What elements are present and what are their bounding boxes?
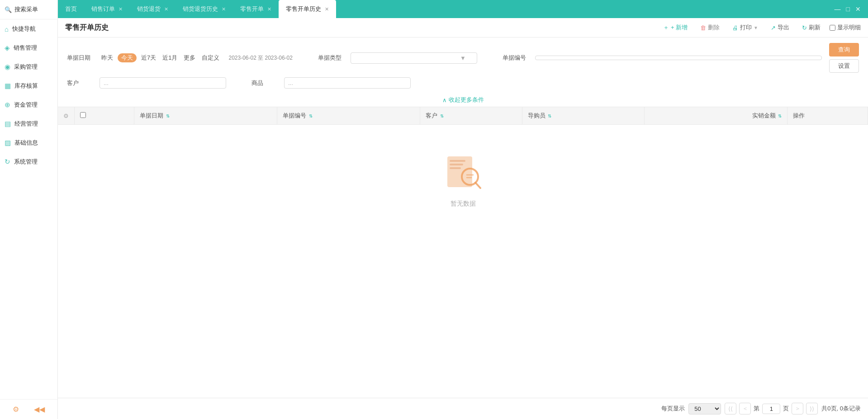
tab-retail-history-close[interactable]: ✕ (325, 6, 329, 12)
col-number[interactable]: 单据编号 ⇅ (277, 107, 420, 125)
page-label-before: 第 (754, 405, 759, 413)
col-salesperson-sort-icon: ⇅ (548, 113, 551, 118)
col-action-label: 操作 (793, 112, 805, 119)
sidebar-item-label: 采购管理 (14, 63, 38, 71)
delete-icon: 🗑 (700, 24, 706, 31)
col-amount-label: 实销金额 (752, 112, 776, 119)
window-minimize-btn[interactable]: — (835, 5, 841, 13)
tab-home[interactable]: 首页 (58, 0, 84, 18)
delete-button[interactable]: 🗑 删除 (697, 22, 723, 33)
sidebar-item-finance[interactable]: ⊕ 资金管理 (0, 95, 57, 114)
tab-sales-return-close[interactable]: ✕ (164, 6, 168, 12)
collapse-sidebar-icon[interactable]: ◀◀ (34, 405, 45, 414)
show-detail-label: 显示明细 (837, 24, 861, 32)
add-icon: ＋ (663, 24, 669, 32)
sidebar-item-operations[interactable]: ▤ 经营管理 (0, 114, 57, 133)
date-opt-yesterday[interactable]: 昨天 (100, 53, 115, 63)
svg-rect-2 (450, 164, 463, 165)
date-opt-1month[interactable]: 近1月 (161, 53, 179, 63)
type-filter-select[interactable]: ▼ (351, 52, 477, 64)
empty-state: 暂无数据 (58, 125, 868, 235)
tab-sales-return-label: 销货退货 (137, 5, 161, 13)
col-settings-icon[interactable]: ⚙ (63, 113, 69, 119)
page-label-after: 页 (783, 405, 789, 413)
show-detail-checkbox-group: 显示明细 (830, 24, 861, 32)
total-info: 共0页, 0条记录 (821, 405, 861, 413)
sidebar-item-quick-nav[interactable]: ⌂ 快捷导航 (0, 19, 57, 38)
sidebar-item-sales-mgmt[interactable]: ◈ 销售管理 (0, 38, 57, 57)
svg-line-5 (475, 183, 480, 188)
inventory-icon: ▦ (5, 82, 11, 90)
refresh-button[interactable]: ↻ 刷新 (798, 22, 824, 33)
tab-sales-return-history[interactable]: 销货退货历史 ✕ (175, 0, 233, 18)
per-page-select[interactable]: 50 10 20 100 (688, 403, 721, 414)
customer-filter-input[interactable]: ... (100, 77, 226, 89)
col-customer[interactable]: 客户 ⇅ (420, 107, 522, 125)
sidebar-item-basic-info[interactable]: ▨ 基础信息 (0, 133, 57, 152)
sidebar-item-label: 经营管理 (14, 120, 38, 128)
tab-retail-open[interactable]: 零售开单 ✕ (233, 0, 279, 18)
tab-sales-order[interactable]: 销售订单 ✕ (84, 0, 130, 18)
sidebar-search[interactable]: 🔍 搜索采单 (0, 0, 57, 19)
next-page-btn[interactable]: ＞ (792, 403, 803, 414)
first-page-btn[interactable]: ⟨⟨ (725, 403, 736, 414)
export-button[interactable]: ↗ 导出 (767, 22, 793, 33)
date-opt-today[interactable]: 今天 (118, 53, 137, 62)
col-date[interactable]: 单据日期 ⇅ (134, 107, 277, 125)
page-title: 零售开单历史 (65, 23, 109, 33)
product-filter-input[interactable]: ... (284, 77, 411, 89)
home-icon: ⌂ (5, 25, 9, 33)
col-customer-sort-icon: ⇅ (440, 113, 444, 118)
refresh-label: 刷新 (809, 24, 821, 32)
window-maximize-btn[interactable]: □ (846, 5, 850, 13)
col-checkbox[interactable] (75, 107, 134, 125)
empty-text: 暂无数据 (451, 200, 476, 208)
tab-retail-history-label: 零售开单历史 (286, 5, 321, 13)
date-opt-more[interactable]: 更多 (182, 53, 197, 63)
settings-button[interactable]: 设置 (829, 59, 859, 73)
filter-collapse-btn[interactable]: ∧ 收起更多条件 (67, 93, 859, 107)
show-detail-checkbox[interactable] (830, 25, 835, 31)
sidebar: 🔍 搜索采单 ⌂ 快捷导航 ◈ 销售管理 ◉ 采购管理 ▦ 库存核算 ⊕ 资金管… (0, 0, 58, 419)
tab-sales-return-history-close[interactable]: ✕ (222, 6, 226, 12)
tab-retail-history[interactable]: 零售开单历史 ✕ (279, 0, 336, 18)
empty-icon (441, 152, 486, 193)
last-page-btn[interactable]: ⟩⟩ (806, 403, 818, 414)
tab-bar: 首页 销售订单 ✕ 销货退货 ✕ 销货退货历史 ✕ 零售开单 ✕ 零售开单历史 … (58, 0, 868, 18)
col-customer-label: 客户 (426, 112, 437, 119)
tab-sales-return[interactable]: 销货退货 ✕ (130, 0, 175, 18)
query-button[interactable]: 查询 (829, 43, 859, 56)
sidebar-item-purchase-mgmt[interactable]: ◉ 采购管理 (0, 57, 57, 76)
col-amount[interactable]: 实销金额 ⇅ (645, 107, 787, 125)
select-all-checkbox[interactable] (80, 112, 86, 118)
export-label: 导出 (778, 24, 789, 32)
date-opt-custom[interactable]: 自定义 (200, 53, 221, 63)
toolbar-actions: ＋ + 新增 🗑 删除 🖨 打印 ▼ ↗ 导出 ↻ 刷新 显示 (659, 22, 861, 33)
col-salesperson[interactable]: 导购员 ⇅ (522, 107, 645, 125)
tab-sales-order-close[interactable]: ✕ (119, 6, 123, 12)
add-button[interactable]: ＋ + 新增 (659, 22, 691, 33)
sidebar-item-system[interactable]: ↻ 系统管理 (0, 152, 57, 171)
settings-gear-icon[interactable]: ⚙ (13, 405, 19, 414)
number-filter-input[interactable] (535, 56, 822, 60)
col-settings[interactable]: ⚙ (58, 107, 75, 125)
page-number-input[interactable] (762, 404, 780, 414)
filter-row-1: 单据日期 昨天 今天 近7天 近1月 更多 自定义 2023-06-02 至 2… (67, 43, 859, 73)
sidebar-item-inventory[interactable]: ▦ 库存核算 (0, 76, 57, 95)
sidebar-item-label: 基础信息 (14, 139, 38, 147)
per-page-label: 每页显示 (661, 405, 685, 413)
window-close-btn[interactable]: ✕ (855, 5, 861, 13)
finance-icon: ⊕ (5, 101, 10, 109)
prev-page-btn[interactable]: ＜ (739, 403, 751, 414)
filter-row-2: 客户 ... 商品 ... (67, 77, 859, 89)
query-settings-group: 查询 设置 (829, 43, 859, 73)
table-wrapper: ⚙ 单据日期 ⇅ 单据编号 ⇅ (58, 107, 868, 398)
print-button[interactable]: 🖨 打印 ▼ (729, 22, 762, 33)
sidebar-item-label: 库存核算 (14, 82, 38, 90)
date-opt-7days[interactable]: 近7天 (139, 53, 158, 63)
product-dots: ... (288, 80, 293, 86)
tab-home-label: 首页 (65, 5, 77, 13)
customer-filter-label: 客户 (67, 79, 92, 87)
tab-retail-open-close[interactable]: ✕ (267, 6, 271, 12)
sidebar-item-label: 资金管理 (14, 101, 38, 109)
